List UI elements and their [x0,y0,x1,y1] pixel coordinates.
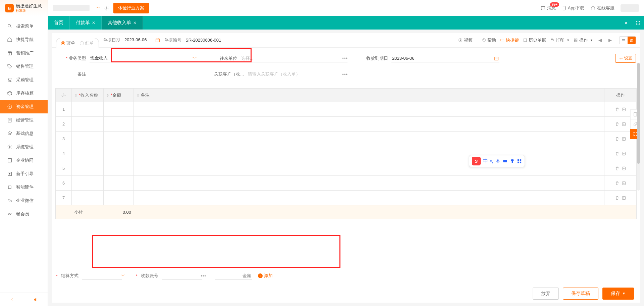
delete-row-icon[interactable] [615,137,620,141]
nav-system[interactable]: 系统管理 [0,140,48,154]
messages-button[interactable]: 消息 99+ [540,5,556,11]
date-value[interactable]: 2023-06-06 [124,37,151,43]
nav-guide[interactable]: 新手引导 [0,167,48,181]
nav-hardware[interactable]: 智能硬件 [0,181,48,194]
cell-amount[interactable] [104,161,134,175]
company-selector[interactable]: hidden ﹀ [53,5,113,11]
cell-remark[interactable] [134,191,604,205]
view-form[interactable] [628,37,636,44]
nav-sales[interactable]: 销售管理 [0,60,48,73]
save-button[interactable]: 保存▼ [602,288,634,300]
save-draft-button[interactable]: 保存草稿 [563,288,598,300]
more-icon[interactable]: ••• [201,273,206,278]
delete-row-icon[interactable] [615,181,620,186]
table-row[interactable]: 3 [56,132,636,146]
cell-amount[interactable] [104,132,134,146]
nav-search-menu[interactable]: 搜索菜单 [0,19,48,33]
nav-collab[interactable]: 企业协同 [0,154,48,167]
settle-amount-input[interactable] [215,272,252,280]
due-input[interactable] [391,54,499,62]
trial-button[interactable]: 体验行业方案 [113,3,149,13]
cell-remark[interactable] [134,117,604,131]
add-settlement-button[interactable]: +添加 [258,273,273,279]
operate-button[interactable]: 操作▼ [574,37,593,43]
nav-purchase[interactable]: 采购管理 [0,73,48,87]
cell-remark[interactable] [134,102,604,116]
col-amount[interactable]: ▲▼*金额 [104,89,134,102]
settle-account-input[interactable] [162,272,202,280]
ime-keyboard-icon[interactable] [502,159,508,163]
cell-amount[interactable] [104,146,134,161]
delete-row-icon[interactable] [615,107,620,112]
cell-income-name[interactable] [72,102,104,116]
online-service-button[interactable]: 在线客服 [590,5,614,11]
add-row-icon[interactable] [622,181,626,186]
party-input[interactable] [240,54,347,62]
ime-toolbar[interactable]: S 中 •, [469,155,525,167]
next-doc[interactable]: ▶ [607,38,613,43]
delete-row-icon[interactable] [615,196,620,200]
tab-payment[interactable]: 付款单✕ [70,16,102,30]
cell-income-name[interactable] [72,191,104,205]
cell-remark[interactable] [134,146,604,161]
tab-other-income[interactable]: 其他收入单✕ [102,16,143,30]
ime-tools-icon[interactable] [517,159,522,164]
ime-punct-icon[interactable]: •, [490,158,493,164]
calendar-icon[interactable] [155,38,160,43]
radio-blue[interactable]: 蓝单 [61,40,75,46]
cell-income-name[interactable] [72,146,104,161]
app-download-button[interactable]: App下载 [562,5,584,11]
cell-income-name[interactable] [72,161,104,175]
print-button[interactable]: 打印▼ [550,37,570,43]
more-icon[interactable]: ••• [342,72,348,77]
calendar-icon[interactable] [494,56,499,61]
close-all-tabs[interactable]: ✕ [620,16,632,30]
discard-button[interactable]: 放弃 [533,288,559,300]
cell-amount[interactable] [104,191,134,205]
nav-marketing[interactable]: 营销推广 [0,46,48,60]
sound-icon[interactable] [33,297,39,302]
settle-method-input[interactable] [82,272,122,280]
close-icon[interactable]: ✕ [133,20,137,25]
col-income-name[interactable]: ▲▼*收入名称 [72,89,104,102]
nav-basic[interactable]: 基础信息 [0,127,48,140]
table-row[interactable]: 7 [56,191,636,205]
table-row[interactable]: 5 [56,161,636,176]
close-icon[interactable]: ✕ [92,20,95,25]
fullscreen-toggle[interactable] [632,16,644,30]
nav-inventory[interactable]: 库存核算 [0,87,48,100]
history-button[interactable]: 历史单据 [523,37,546,43]
nav-member[interactable]: 畅会员 [0,207,48,221]
delete-row-icon[interactable] [615,151,620,156]
col-remark[interactable]: ▲▼备注 [134,89,604,102]
settings-button[interactable]: 设置 [615,54,636,63]
add-row-icon[interactable] [622,151,626,156]
cell-amount[interactable] [104,102,134,116]
remark-input[interactable] [90,70,197,78]
chevron-down-icon[interactable]: ﹀ [121,273,125,279]
nav-funds[interactable]: ¥资金管理 [0,100,48,113]
cell-income-name[interactable] [72,176,104,190]
add-row-icon[interactable] [622,196,626,200]
shortcut-button[interactable]: 快捷键 [500,37,519,43]
ime-lang[interactable]: 中 [483,158,488,165]
col-settings[interactable] [56,89,72,102]
more-icon[interactable]: ••• [342,56,348,61]
scrollbar[interactable] [637,63,640,191]
delete-row-icon[interactable] [615,166,620,171]
add-row-icon[interactable] [622,166,626,171]
add-row-icon[interactable] [622,107,626,112]
user-avatar[interactable] [621,4,639,12]
delete-row-icon[interactable] [615,122,620,126]
cell-remark[interactable] [134,161,604,175]
tab-home[interactable]: 首页 [48,16,70,30]
prev-doc[interactable]: ◀ [597,38,603,43]
chevron-down-icon[interactable]: ﹀ [96,5,101,11]
help-button[interactable]: ?帮助 [482,37,496,43]
related-input[interactable] [247,70,347,78]
collapse-icon[interactable] [9,297,15,302]
biz-type-input[interactable] [90,54,198,62]
add-row-icon[interactable] [622,137,626,141]
chevron-down-icon[interactable]: ﹀ [193,55,197,61]
cell-amount[interactable] [104,117,134,131]
